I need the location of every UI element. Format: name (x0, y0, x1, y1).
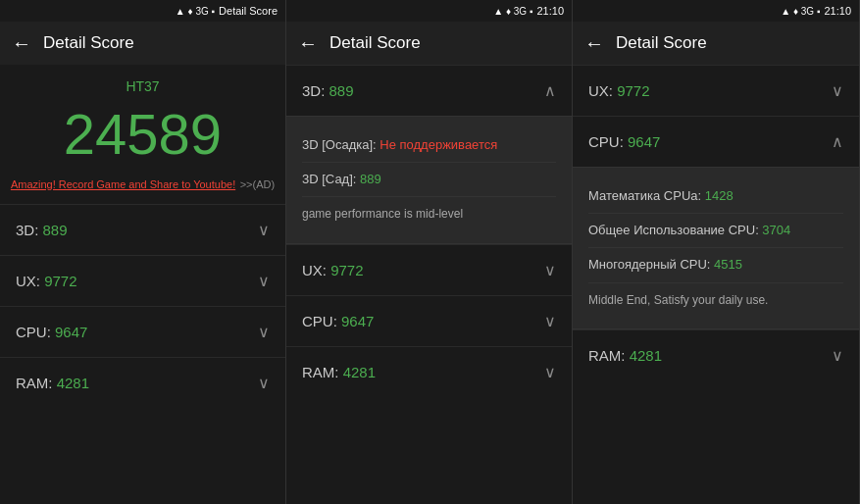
chevron-cpu-1: ∨ (258, 323, 270, 341)
status-time-2: 21:10 (536, 5, 564, 17)
expanded-row-math: Математика CPUa: 1428 (588, 179, 843, 214)
expanded-row-general: Общее Использование CPU: 3704 (588, 214, 843, 248)
score-row-ux-1[interactable]: UX: 9772 ∨ (0, 255, 285, 306)
score-label-ux-2: UX: 9772 (302, 262, 364, 278)
panel-1-content: HT37 24589 Amazing! Record Game and Shar… (0, 65, 285, 504)
score-label-ux-1: UX: 9772 (16, 273, 77, 289)
status-icons-3: ▲ ♦ 3G ▪ (781, 6, 820, 17)
chevron-ux-1: ∨ (258, 272, 270, 290)
page-title-1: Detail Score (43, 33, 134, 53)
status-icons-2: ▲ ♦ 3G ▪ (493, 6, 532, 17)
status-bar-1: ▲ ♦ 3G ▪ Detail Score (0, 0, 285, 22)
panel-1: ▲ ♦ 3G ▪ Detail Score ← Detail Score HT3… (0, 0, 286, 504)
status-icons-1: ▲ ♦ 3G ▪ (176, 6, 215, 17)
page-title-3: Detail Score (616, 33, 707, 53)
back-button-3[interactable]: ← (584, 32, 604, 55)
score-label-ux-3: UX: 9772 (588, 82, 650, 99)
chevron-cpu-2: ∨ (544, 312, 556, 330)
score-label-ram-1: RAM: 4281 (16, 375, 89, 391)
back-button-1[interactable]: ← (12, 32, 31, 55)
score-row-cpu-1[interactable]: CPU: 9647 ∨ (0, 306, 285, 357)
expanded-row-3d-sad: 3D [Сад]: 889 (302, 163, 556, 197)
page-title-2: Detail Score (329, 33, 421, 53)
expanded-row-cpu-note: Middle End, Satisfy your daily use. (588, 283, 843, 317)
score-row-ram-1[interactable]: RAM: 4281 ∨ (0, 357, 285, 408)
status-bar-2: ▲ ♦ 3G ▪ 21:10 (286, 0, 572, 22)
panel-3-content: UX: 9772 ∨ CPU: 9647 ∧ Математика CPUa: … (573, 65, 859, 504)
score-row-ux-3[interactable]: UX: 9772 ∨ (573, 65, 859, 116)
score-row-3d-1[interactable]: 3D: 889 ∨ (0, 204, 285, 255)
score-row-cpu-2[interactable]: CPU: 9647 ∨ (286, 295, 572, 346)
score-row-3d-2[interactable]: 3D: 889 ∧ (286, 65, 572, 116)
chevron-cpu-3: ∧ (832, 132, 843, 151)
score-row-ux-2[interactable]: UX: 9772 ∨ (286, 244, 572, 295)
panel-2: ▲ ♦ 3G ▪ 21:10 ← Detail Score 3D: 889 ∧ … (286, 0, 573, 504)
main-score: 24589 (0, 100, 285, 169)
score-label-ram-2: RAM: 4281 (302, 364, 376, 380)
score-row-ram-3[interactable]: RAM: 4281 ∨ (573, 329, 859, 380)
header-2: ← Detail Score (286, 22, 572, 65)
ad-suffix: >>(AD) (240, 178, 275, 190)
ad-link[interactable]: Amazing! Record Game and Share to Youtub… (11, 178, 235, 190)
score-label-cpu-1: CPU: 9647 (16, 324, 87, 340)
status-time-3: 21:10 (824, 5, 851, 17)
score-label-3d-2: 3D: 889 (302, 82, 354, 99)
ad-text[interactable]: Amazing! Record Game and Share to Youtub… (0, 169, 285, 204)
status-bar-3: ▲ ♦ 3G ▪ 21:10 (573, 0, 859, 22)
back-button-2[interactable]: ← (298, 32, 318, 55)
score-row-ram-2[interactable]: RAM: 4281 ∨ (286, 346, 572, 397)
panel-2-content: 3D: 889 ∧ 3D [Осадка]: Не поддерживается… (286, 65, 572, 504)
device-name: HT37 (0, 65, 285, 100)
chevron-3d-1: ∨ (258, 221, 270, 239)
expanded-cpu-3: Математика CPUa: 1428 Общее Использовани… (573, 167, 859, 329)
header-1: ← Detail Score (0, 22, 285, 65)
header-3: ← Detail Score (573, 22, 859, 65)
chevron-ram-1: ∨ (258, 374, 270, 392)
status-time-1: Detail Score (219, 5, 278, 17)
chevron-ux-2: ∨ (544, 261, 556, 279)
expanded-3d-2: 3D [Осадка]: Не поддерживается 3D [Сад]:… (286, 116, 572, 244)
panel-3: ▲ ♦ 3G ▪ 21:10 ← Detail Score UX: 9772 ∨… (573, 0, 860, 504)
score-label-cpu-3: CPU: 9647 (588, 133, 660, 150)
score-label-3d-1: 3D: 889 (16, 222, 68, 238)
chevron-ram-2: ∨ (544, 363, 556, 381)
score-label-cpu-2: CPU: 9647 (302, 313, 374, 329)
chevron-ram-3: ∨ (832, 346, 843, 365)
expanded-row-3d-note: game performance is mid-level (302, 197, 556, 230)
expanded-row-3d-osada: 3D [Осадка]: Не поддерживается (302, 128, 556, 163)
chevron-ux-3: ∨ (832, 81, 843, 100)
chevron-3d-2: ∧ (544, 81, 556, 100)
score-label-ram-3: RAM: 4281 (588, 347, 662, 364)
score-row-cpu-3[interactable]: CPU: 9647 ∧ (573, 116, 859, 167)
expanded-row-multicore: Многоядерный CPU: 4515 (588, 248, 843, 282)
